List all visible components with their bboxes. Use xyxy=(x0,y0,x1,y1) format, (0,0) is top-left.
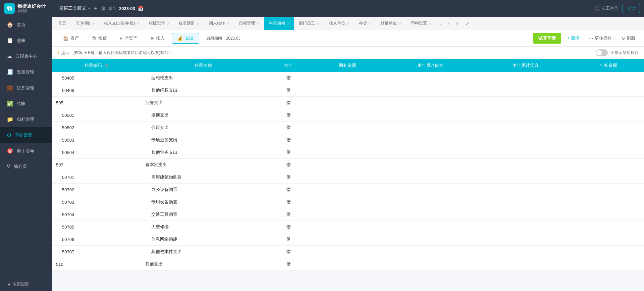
sub-tab-income-label: 收入 xyxy=(156,35,165,41)
expense-icon: 💰 xyxy=(177,36,183,41)
table-row[interactable]: 510其他支出借 xyxy=(52,258,644,271)
tab-annual-report-close[interactable]: × xyxy=(137,21,139,26)
tab-home[interactable]: 首页 xyxy=(53,17,71,30)
tab-subject-init-label: 科目期初 xyxy=(269,20,285,26)
hint-text: 提示：按Ctrl + F键并输入科目编码或者科目名称可以查找科目。 xyxy=(61,50,175,56)
tab-period-transfer-close[interactable]: × xyxy=(227,21,229,26)
sub-tab-equity[interactable]: ≡ 净资产 xyxy=(114,33,143,44)
sidebar-item-closing[interactable]: ✅ 结账 xyxy=(0,96,52,111)
tab-unit[interactable]: 计量单位 × xyxy=(376,17,406,30)
sub-tab-asset[interactable]: 🏠 资产 xyxy=(57,33,85,44)
tab-template-close[interactable]: × xyxy=(167,21,169,26)
table-row[interactable]: 50705大型修缮借 xyxy=(52,221,644,233)
cell-ytd-debit xyxy=(383,109,478,122)
calculate-button[interactable]: 试算平衡 xyxy=(533,33,561,44)
cell-direction: 借 xyxy=(265,258,312,271)
table-row[interactable]: 50704交通工具购置借 xyxy=(52,208,644,221)
cell-direction: 借 xyxy=(265,84,312,97)
table-row[interactable]: 505业务支出借 xyxy=(52,97,644,109)
tab-subject-init-close[interactable]: × xyxy=(287,21,289,26)
tab-archive-mgmt-close[interactable]: × xyxy=(257,21,259,26)
sidebar-item-archive[interactable]: 📁 归档管理 xyxy=(0,111,52,127)
header-opening: 期初余额 xyxy=(312,59,383,72)
tab-currency[interactable]: 币种设置 × xyxy=(406,17,436,30)
company-dropdown-icon[interactable]: ▾ xyxy=(88,6,90,11)
sidebar-item-invoice[interactable]: 🧾 发票管理 xyxy=(0,64,52,80)
table-row[interactable]: 50405运维维支出借 xyxy=(52,72,644,84)
cell-year-opening xyxy=(573,171,644,184)
table-row[interactable]: 50703专用设备购置借 xyxy=(52,196,644,208)
column-settings-icon[interactable]: ⚙ xyxy=(105,63,109,68)
sidebar-item-tax[interactable]: 💼 税务管理 xyxy=(0,80,52,96)
cell-ytd-credit xyxy=(478,171,573,184)
tab-next-button[interactable]: › xyxy=(444,17,452,30)
sub-tab-expense[interactable]: 💰 支出 xyxy=(172,33,199,44)
account-button[interactable]: 会计 xyxy=(623,4,640,13)
more-button[interactable]: ⋯ 更多操作 xyxy=(586,33,615,44)
tab-counterparty-label: 往来单位 xyxy=(329,20,345,26)
cell-ytd-credit xyxy=(478,184,573,196)
tab-dept-staff-close[interactable]: × xyxy=(317,21,319,26)
table-row[interactable]: 50503专项业务支出借 xyxy=(52,134,644,146)
cell-year-opening xyxy=(573,84,644,97)
help-button[interactable]: 🎧 人工咨询 xyxy=(594,5,619,11)
table-row[interactable]: 507资本性支出借 xyxy=(52,159,644,171)
sub-tab-income[interactable]: ⊕ 收入 xyxy=(145,33,170,44)
table-row[interactable]: 50501培训支出借 xyxy=(52,109,644,122)
refresh-button[interactable]: ↻ 刷新 xyxy=(618,33,639,44)
tab-period-transfer[interactable]: 期末结转 × xyxy=(204,17,234,30)
table-row[interactable]: 50707其他资本性支出借 xyxy=(52,246,644,258)
tab-counterparty-close[interactable]: × xyxy=(347,21,349,26)
cell-code: 50704 xyxy=(52,208,141,221)
table-row[interactable]: 50701房屋建筑物购建借 xyxy=(52,171,644,184)
table-wrapper[interactable]: 科目编码 ⚙ 科目名称 方向 期初余额 本年累计借方 本年累计贷方 年初余额 xyxy=(52,59,644,291)
tab-counterparty[interactable]: 往来单位 × xyxy=(324,17,354,30)
table-row[interactable]: 50504其他业务支出借 xyxy=(52,146,644,159)
add-tab-button[interactable]: ＋ xyxy=(93,5,98,12)
table-row[interactable]: 50502会议支出借 xyxy=(52,122,644,134)
sidebar-item-member[interactable]: V 畅会员 xyxy=(0,159,52,174)
sub-tab-expense-label: 支出 xyxy=(185,35,194,41)
tab-inventory-close[interactable]: × xyxy=(369,21,371,26)
cell-code: 50405 xyxy=(52,72,141,84)
calendar-icon[interactable]: 📅 xyxy=(138,6,144,11)
cell-ytd-debit xyxy=(383,184,478,196)
tab-mid-period[interactable]: ℃(中期) × xyxy=(71,17,99,30)
tab-subject-init[interactable]: 科目期初 × xyxy=(264,17,294,30)
tab-archive-mgmt[interactable]: 归档管理 × xyxy=(234,17,264,30)
tab-annual-report[interactable]: 收入支出表(年报) × xyxy=(99,17,144,30)
tab-currency-close[interactable]: × xyxy=(429,21,431,26)
sidebar-item-home[interactable]: 🏠 首页 xyxy=(0,17,52,33)
sidebar-item-settings[interactable]: ⚙ 基础设置 xyxy=(0,127,52,143)
table-row[interactable]: 50702办公设备购置借 xyxy=(52,184,644,196)
disable-toggle[interactable] xyxy=(596,49,608,56)
sidebar-collapse-button[interactable]: ◄ 取消固定 xyxy=(0,277,52,291)
cell-ytd-debit xyxy=(383,208,478,221)
toggle-area: 不显示禁用科目 xyxy=(596,49,639,56)
table-row[interactable]: 50706信息网络购建借 xyxy=(52,233,644,246)
sub-tab-liability[interactable]: 负 负债 xyxy=(86,33,113,44)
tab-close-all-button[interactable]: × xyxy=(452,17,462,30)
cell-year-opening xyxy=(573,97,644,109)
home-icon: 🏠 xyxy=(7,21,13,28)
sidebar-item-reports[interactable]: ☁ 云报表中心 xyxy=(0,48,52,64)
sidebar-item-ledger[interactable]: 📋 总账 xyxy=(0,33,52,48)
tab-dept-staff[interactable]: 部门员工 × xyxy=(294,17,324,30)
cell-ytd-debit xyxy=(383,258,478,271)
cell-ytd-credit xyxy=(478,246,573,258)
tab-tax-table-close[interactable]: × xyxy=(197,21,199,26)
tab-template[interactable]: 模版设计 × xyxy=(144,17,174,30)
settings-icon[interactable]: ⚙ xyxy=(101,5,106,12)
tab-unit-close[interactable]: × xyxy=(399,21,401,26)
tab-prev-button[interactable]: ‹ xyxy=(436,17,444,30)
tab-expand-button[interactable]: ⤢ xyxy=(462,17,472,30)
content-area: 首页 ℃(中期) × 收入支出表(年报) × 模版设计 × 税表清册 × xyxy=(52,17,644,291)
add-button[interactable]: + 新增 xyxy=(564,33,583,44)
tab-tax-table[interactable]: 税表清册 × xyxy=(174,17,204,30)
tab-mid-period-close[interactable]: × xyxy=(92,21,94,26)
tab-inventory[interactable]: 存货 × xyxy=(354,17,376,30)
cell-name: 专用设备购置 xyxy=(141,196,265,208)
tax-icon: 💼 xyxy=(7,85,13,91)
sidebar-item-guide[interactable]: 🎯 新手引导 xyxy=(0,143,52,159)
table-row[interactable]: 50406其他维权支出借 xyxy=(52,84,644,97)
